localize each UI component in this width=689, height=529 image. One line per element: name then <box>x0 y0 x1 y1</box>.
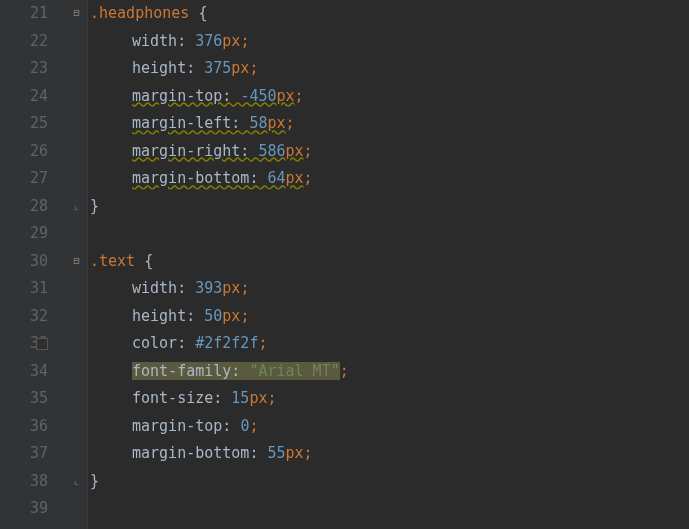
css-property: width: <box>132 279 186 297</box>
code-line[interactable] <box>90 220 689 248</box>
fold-open-icon[interactable]: ⊟ <box>71 256 82 267</box>
semicolon: ; <box>304 169 313 187</box>
semicolon: ; <box>249 417 258 435</box>
line-number[interactable]: 23 <box>6 55 48 83</box>
code-line[interactable]: font-size: 15px; <box>90 385 689 413</box>
semicolon: ; <box>240 307 249 325</box>
line-number[interactable]: 26 <box>6 138 48 166</box>
code-line[interactable] <box>90 495 689 523</box>
css-property: height: <box>132 59 195 77</box>
semicolon: ; <box>304 142 313 160</box>
code-line[interactable]: .text { <box>90 248 689 276</box>
css-value: 393 <box>195 279 222 297</box>
line-number[interactable]: 28 <box>6 193 48 221</box>
css-unit: px <box>277 87 295 105</box>
css-value: 55 <box>267 444 285 462</box>
code-line[interactable]: margin-bottom: 55px; <box>90 440 689 468</box>
line-number-gutter[interactable]: 21222324252627282930313233343536373839 <box>6 0 66 529</box>
semicolon: ; <box>295 87 304 105</box>
css-selector: .headphones <box>90 4 198 22</box>
code-line[interactable]: margin-top: -450px; <box>90 83 689 111</box>
code-line[interactable]: font-family: "Arial MT"; <box>90 358 689 386</box>
css-unit: px <box>222 279 240 297</box>
css-unit: px <box>222 307 240 325</box>
css-value: 50 <box>204 307 222 325</box>
css-unit: px <box>249 389 267 407</box>
line-number[interactable]: 29 <box>6 220 48 248</box>
fold-close-icon[interactable]: ⌞ <box>71 201 82 212</box>
code-line[interactable]: width: 393px; <box>90 275 689 303</box>
css-value: 58 <box>249 114 267 132</box>
line-number[interactable]: 35 <box>6 385 48 413</box>
css-property: margin-bottom: <box>132 444 258 462</box>
semicolon: ; <box>258 334 267 352</box>
css-value: 376 <box>195 32 222 50</box>
css-property: font-family: <box>132 362 240 380</box>
code-line[interactable]: margin-bottom: 64px; <box>90 165 689 193</box>
brace-close: } <box>90 472 99 490</box>
code-line[interactable]: margin-left: 58px; <box>90 110 689 138</box>
semicolon: ; <box>249 59 258 77</box>
line-number[interactable]: 21 <box>6 0 48 28</box>
css-unit: px <box>267 114 285 132</box>
code-line[interactable]: width: 376px; <box>90 28 689 56</box>
brace-open: { <box>198 4 207 22</box>
css-selector: .text <box>90 252 144 270</box>
code-line[interactable]: } <box>90 193 689 221</box>
css-unit: px <box>286 169 304 187</box>
fold-close-icon[interactable]: ⌞ <box>71 476 82 487</box>
css-property: margin-top: <box>132 417 231 435</box>
fold-open-icon[interactable]: ⊟ <box>71 8 82 19</box>
line-number[interactable]: 36 <box>6 413 48 441</box>
css-property: font-size: <box>132 389 222 407</box>
css-value: -450 <box>240 87 276 105</box>
line-number[interactable]: 31 <box>6 275 48 303</box>
line-number[interactable]: 32 <box>6 303 48 331</box>
css-property: margin-bottom: <box>132 169 258 187</box>
code-line[interactable]: height: 375px; <box>90 55 689 83</box>
css-property: height: <box>132 307 195 325</box>
line-number[interactable]: 27 <box>6 165 48 193</box>
line-number[interactable]: 25 <box>6 110 48 138</box>
brace-close: } <box>90 197 99 215</box>
css-property: margin-right: <box>132 142 249 160</box>
code-line[interactable]: .headphones { <box>90 0 689 28</box>
css-unit: px <box>231 59 249 77</box>
code-line[interactable]: margin-right: 586px; <box>90 138 689 166</box>
line-number[interactable]: 24 <box>6 83 48 111</box>
css-property: color: <box>132 334 186 352</box>
semicolon: ; <box>240 32 249 50</box>
code-line[interactable]: margin-top: 0; <box>90 413 689 441</box>
semicolon: ; <box>267 389 276 407</box>
css-property: margin-top: <box>132 87 231 105</box>
css-property: width: <box>132 32 186 50</box>
code-editor[interactable]: .headphones {width: 376px;height: 375px;… <box>88 0 689 529</box>
brace-open: { <box>144 252 153 270</box>
css-property: margin-left: <box>132 114 240 132</box>
color-swatch-icon[interactable] <box>36 338 48 350</box>
semicolon: ; <box>286 114 295 132</box>
code-line[interactable]: color: #2f2f2f; <box>90 330 689 358</box>
line-number[interactable]: 37 <box>6 440 48 468</box>
css-value: "Arial MT" <box>249 362 339 380</box>
fold-gutter[interactable]: ⊟⊟⌞⌞ <box>66 0 88 529</box>
line-number[interactable]: 22 <box>6 28 48 56</box>
semicolon: ; <box>240 279 249 297</box>
css-unit: px <box>286 142 304 160</box>
css-value: 586 <box>258 142 285 160</box>
css-value: 15 <box>231 389 249 407</box>
semicolon: ; <box>340 362 349 380</box>
semicolon: ; <box>304 444 313 462</box>
code-line[interactable]: height: 50px; <box>90 303 689 331</box>
line-number[interactable]: 38 <box>6 468 48 496</box>
css-unit: px <box>286 444 304 462</box>
css-value: 375 <box>204 59 231 77</box>
css-unit: px <box>222 32 240 50</box>
line-number[interactable]: 39 <box>6 495 48 523</box>
css-value: #2f2f2f <box>195 334 258 352</box>
line-number[interactable]: 34 <box>6 358 48 386</box>
code-line[interactable]: } <box>90 468 689 496</box>
line-number[interactable]: 30 <box>6 248 48 276</box>
css-value: 64 <box>267 169 285 187</box>
